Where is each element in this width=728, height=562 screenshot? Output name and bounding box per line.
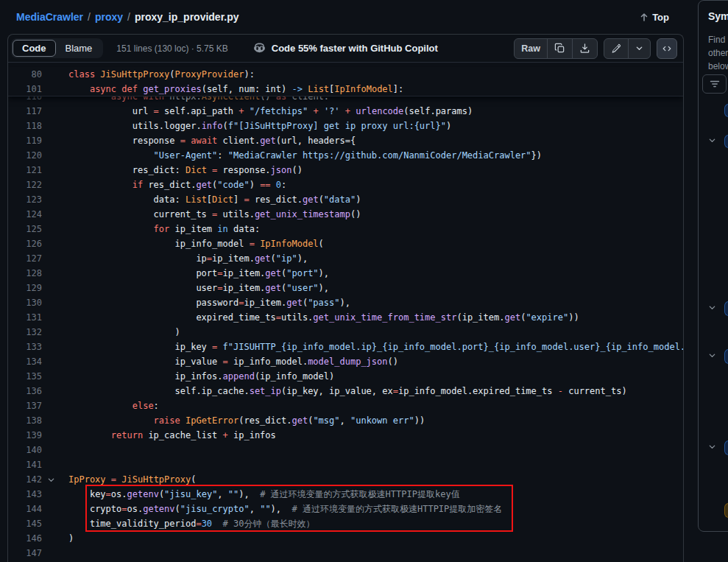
line-number[interactable]: 141 (8, 457, 42, 472)
symbol-item[interactable] (724, 104, 728, 117)
symbols-panel-heading: Sym (708, 10, 728, 22)
chevron-slot (42, 369, 60, 384)
code-line: 140 (8, 443, 683, 457)
code-text: class JiSuHttpProxy(ProxyProvider): (60, 67, 255, 82)
line-number[interactable]: 125 (8, 222, 42, 236)
code-lines: 116 async with httpx.AsyncClient() as cl… (8, 89, 683, 561)
code-line: 139 return ip_cache_list + ip_infos (8, 428, 683, 443)
code-text: port=ip_item.get("port"), (60, 266, 329, 281)
line-number[interactable]: 119 (8, 133, 42, 148)
line-number[interactable]: 131 (8, 310, 42, 325)
code-line: 130 password=ip_item.get("pass"), (8, 295, 683, 310)
breadcrumb-repo-link[interactable]: MediaCrawler (16, 11, 83, 23)
line-number[interactable]: 126 (8, 236, 42, 251)
symbol-item[interactable] (724, 301, 728, 316)
code-blame-switcher: Code Blame (11, 38, 103, 58)
chevron-down-icon[interactable] (47, 476, 55, 484)
breadcrumb-separator: / (83, 11, 95, 23)
chevron-slot (42, 192, 60, 207)
line-number[interactable]: 133 (8, 340, 42, 354)
line-number[interactable]: 121 (8, 163, 42, 178)
line-number[interactable]: 138 (8, 413, 42, 428)
tab-code[interactable]: Code (13, 40, 56, 57)
line-number[interactable]: 118 (8, 119, 42, 133)
symbol-item[interactable] (724, 349, 728, 364)
symbol-item[interactable] (724, 503, 728, 518)
chevron-slot (42, 281, 60, 295)
code-line: 134 ip_value = ip_info_model.model_dump_… (8, 354, 683, 369)
line-number[interactable]: 127 (8, 251, 42, 266)
code-text: ip_infos.append(ip_info_model) (60, 369, 334, 384)
code-line: 118 utils.logger.info(f"[JiSuHttpProxy] … (8, 119, 683, 133)
code-line: 145 time_validity_period=30 # 30分钟（最长时效） (8, 516, 683, 531)
code-line: 123 data: List[Dict] = res_dict.get("dat… (8, 192, 683, 207)
code-text: else: (60, 398, 159, 413)
line-number[interactable]: 140 (8, 443, 42, 457)
line-number[interactable]: 117 (8, 104, 42, 119)
tab-blame[interactable]: Blame (56, 40, 102, 57)
pencil-icon[interactable] (604, 39, 628, 58)
line-number[interactable]: 122 (8, 178, 42, 192)
code-symbols-toggle[interactable] (657, 38, 677, 59)
copilot-promo-link[interactable]: Code 55% faster with GitHub Copilot (272, 43, 438, 54)
code-line: 141 (8, 457, 683, 472)
line-number[interactable]: 123 (8, 192, 42, 207)
edit-button-group (604, 38, 651, 59)
line-number[interactable]: 124 (8, 207, 42, 222)
symbol-item[interactable] (724, 135, 728, 148)
code-line: 129 user=ip_item.get("user"), (8, 281, 683, 295)
line-number[interactable]: 128 (8, 266, 42, 281)
collapse-chevron[interactable] (42, 472, 60, 487)
code-text: raise IpGetError(res_dict.get("msg", "un… (60, 413, 425, 428)
chevron-slot (42, 443, 60, 457)
chevron-down-icon[interactable] (708, 136, 717, 145)
line-number[interactable]: 130 (8, 295, 42, 310)
line-number[interactable]: 145 (8, 516, 42, 531)
line-number[interactable]: 136 (8, 384, 42, 398)
code-text: IpProxy = JiSuHttpProxy( (60, 472, 196, 487)
line-number[interactable]: 147 (8, 546, 42, 561)
symbol-item[interactable] (724, 440, 728, 455)
breadcrumb-dir-link[interactable]: proxy (95, 11, 123, 23)
line-number[interactable]: 101 (8, 82, 42, 96)
line-number[interactable]: 143 (8, 487, 42, 502)
chevron-down-icon[interactable] (708, 351, 717, 360)
download-icon[interactable] (572, 39, 597, 58)
breadcrumb-separator: / (123, 11, 135, 23)
code-text: response = await client.get(url, headers… (60, 133, 356, 148)
symbols-panel: Sym Find other below (698, 0, 728, 532)
line-number[interactable]: 139 (8, 428, 42, 443)
code-text: ip_value = ip_info_model.model_dump_json… (60, 354, 398, 369)
filter-icon[interactable] (702, 74, 727, 94)
raw-button[interactable]: Raw (515, 39, 547, 58)
code-text: for ip_item in data: (60, 222, 260, 236)
line-number[interactable]: 129 (8, 281, 42, 295)
copy-icon[interactable] (547, 39, 572, 58)
code-text: current_ts = utils.get_unix_timestamp() (60, 207, 361, 222)
code-line: 125 for ip_item in data: (8, 222, 683, 236)
code-text: if res_dict.get("code") == 0: (60, 178, 286, 192)
line-number[interactable]: 142 (8, 472, 42, 487)
chevron-slot (42, 295, 60, 310)
line-number[interactable]: 146 (8, 531, 42, 546)
code-line: 126 ip_info_model = IpInfoModel( (8, 236, 683, 251)
line-number[interactable]: 132 (8, 325, 42, 340)
chevron-slot (42, 516, 60, 531)
back-to-top-button[interactable]: Top (640, 12, 669, 23)
line-number[interactable]: 135 (8, 369, 42, 384)
symbols-panel-description: Find other below (708, 33, 728, 73)
line-number[interactable]: 134 (8, 354, 42, 369)
code-text: password=ip_item.get("pass"), (60, 295, 350, 310)
code-line: 121 res_dict: Dict = response.json() (8, 163, 683, 178)
chevron-slot (42, 222, 60, 236)
chevron-slot (42, 340, 60, 354)
chevron-down-icon[interactable] (708, 443, 717, 452)
chevron-down-icon[interactable] (708, 303, 717, 312)
line-number[interactable]: 120 (8, 148, 42, 163)
line-number[interactable]: 137 (8, 398, 42, 413)
code-text: data: List[Dict] = res_dict.get("data") (60, 192, 361, 207)
chevron-down-icon[interactable] (628, 39, 650, 58)
code-text: ip=ip_item.get("ip"), (60, 251, 308, 266)
line-number[interactable]: 80 (8, 67, 42, 82)
line-number[interactable]: 144 (8, 502, 42, 516)
